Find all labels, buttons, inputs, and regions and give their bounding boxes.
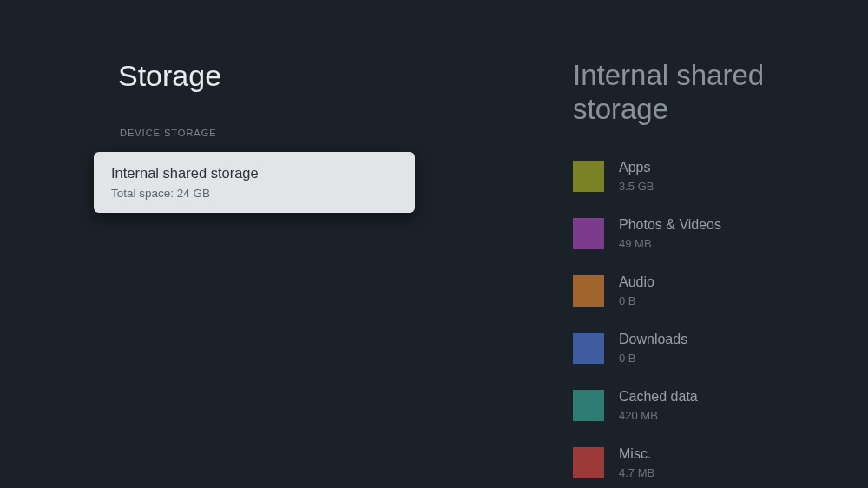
category-text: Photos & Videos49 MB	[619, 217, 721, 250]
category-size: 0 B	[619, 352, 687, 365]
category-size: 49 MB	[619, 237, 721, 250]
storage-category-row[interactable]: Misc.4.7 MB	[573, 446, 851, 479]
right-panel: Internal shared storage Apps3.5 GBPhotos…	[573, 59, 851, 488]
category-size: 0 B	[619, 294, 654, 307]
left-panel: Storage DEVICE STORAGE Internal shared s…	[0, 0, 486, 213]
category-color-swatch	[573, 275, 604, 307]
storage-card-subtitle: Total space: 24 GB	[111, 187, 398, 200]
category-text: Audio0 B	[619, 274, 654, 307]
category-text: Apps3.5 GB	[619, 160, 654, 193]
storage-card-title: Internal shared storage	[111, 165, 398, 181]
category-color-swatch	[573, 447, 604, 478]
category-color-swatch	[573, 218, 604, 249]
category-size: 420 MB	[619, 409, 698, 422]
section-label-device-storage: DEVICE STORAGE	[120, 128, 486, 138]
category-size: 4.7 MB	[619, 466, 654, 479]
storage-category-row[interactable]: Photos & Videos49 MB	[573, 217, 851, 250]
category-text: Downloads0 B	[619, 332, 687, 365]
category-name: Photos & Videos	[619, 217, 721, 233]
category-name: Apps	[619, 160, 654, 175]
category-color-swatch	[573, 333, 604, 364]
category-name: Cached data	[619, 389, 698, 405]
category-text: Misc.4.7 MB	[619, 446, 654, 479]
page-title: Storage	[118, 59, 486, 93]
category-name: Audio	[619, 274, 654, 290]
storage-category-row[interactable]: Downloads0 B	[573, 332, 851, 365]
storage-category-row[interactable]: Audio0 B	[573, 274, 851, 307]
storage-category-row[interactable]: Cached data420 MB	[573, 389, 851, 422]
category-name: Downloads	[619, 332, 687, 347]
category-color-swatch	[573, 161, 604, 192]
detail-title: Internal shared storage	[573, 59, 851, 127]
storage-category-row[interactable]: Apps3.5 GB	[573, 160, 851, 193]
internal-storage-card[interactable]: Internal shared storage Total space: 24 …	[94, 152, 415, 213]
category-size: 3.5 GB	[619, 180, 654, 193]
storage-categories-list: Apps3.5 GBPhotos & Videos49 MBAudio0 BDo…	[573, 160, 851, 479]
category-name: Misc.	[619, 446, 654, 462]
category-text: Cached data420 MB	[619, 389, 698, 422]
category-color-swatch	[573, 390, 604, 421]
